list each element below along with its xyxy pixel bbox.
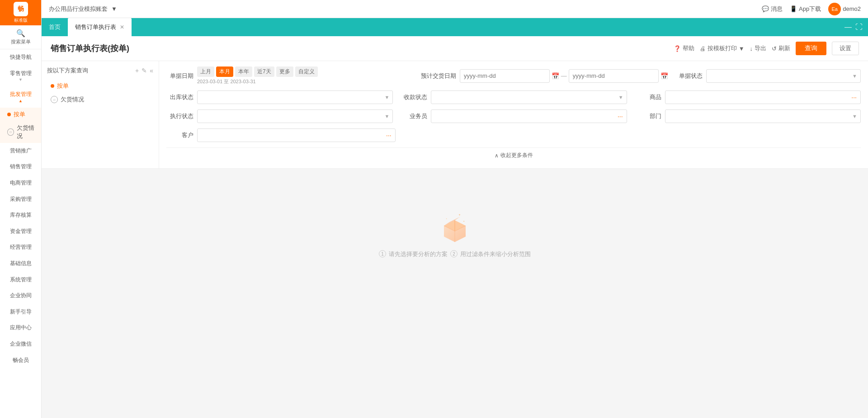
print-icon: 🖨	[700, 45, 706, 52]
tab-sales-order-label: 销售订单执行表	[75, 23, 116, 31]
filter-field-expected-date: 预计交货日期 📅 — 📅	[421, 69, 668, 83]
svg-text:✦: ✦	[446, 218, 448, 220]
tab-minimize-button[interactable]: —	[844, 23, 852, 31]
filter-field-salesperson: 业务员 ···	[400, 109, 627, 123]
sidebar-item-basic[interactable]: 基础信息	[0, 256, 41, 272]
tab-home-label: 首页	[49, 23, 61, 31]
sidebar-item-inventory[interactable]: 库存核算	[0, 207, 41, 223]
date-btn-more[interactable]: 更多	[276, 66, 293, 77]
department-select[interactable]	[665, 109, 861, 123]
user-profile[interactable]: Ea demo2	[828, 3, 861, 15]
customer-dots[interactable]: ···	[386, 132, 392, 139]
sidebar-item-ecommerce[interactable]: 电商管理	[0, 175, 41, 191]
date-btn-7days[interactable]: 近7天	[254, 66, 274, 77]
add-scheme-icon[interactable]: +	[135, 67, 139, 74]
filter-row-2: 出库状态 ▼ 收款状态	[166, 90, 861, 104]
date-btn-this-year[interactable]: 本年	[235, 66, 252, 77]
salesperson-dots[interactable]: ···	[618, 113, 623, 120]
app-download-action[interactable]: 📱 App下载	[790, 5, 821, 13]
sidebar-item-retail[interactable]: 零售管理 ▼	[0, 66, 41, 87]
date-btn-this-month[interactable]: 本月	[216, 66, 233, 77]
expected-date-start[interactable]	[460, 69, 550, 83]
sidebar-item-business[interactable]: 经营管理	[0, 239, 41, 256]
message-icon: 💬	[762, 5, 769, 12]
main-area: 办公用品行业模拟账套 ▼ 💬 消息 📱 App下载 Ea demo2 首页	[42, 0, 868, 418]
tab-bar: 首页 销售订单执行表 ✕ — ⛶	[42, 18, 868, 36]
logo-icon: 畅	[14, 2, 28, 16]
page-header-actions: ❓ 帮助 🖨 按模板打印 ▼ ↓ 导出 ↺ 刷新 查询 设置	[674, 42, 859, 61]
sidebar-item-member[interactable]: 畅会员	[0, 352, 41, 369]
payment-status-wrapper: ▼	[431, 90, 627, 104]
exec-status-wrapper: ▼	[197, 109, 393, 123]
edit-scheme-icon[interactable]: ✎	[142, 67, 147, 74]
calendar-end-icon[interactable]: 📅	[660, 72, 668, 80]
date-btn-custom[interactable]: 自定义	[295, 66, 318, 77]
filter-row-3: 执行状态 ▼ 业务员 ···	[166, 109, 861, 123]
search-icon: 🔍	[16, 29, 25, 38]
customer-input[interactable]: ···	[197, 128, 396, 142]
sidebar-item-coop[interactable]: 企业协同	[0, 288, 41, 304]
sidebar-item-guide[interactable]: 新手引导	[0, 304, 41, 320]
expected-date-range: 📅 — 📅	[460, 69, 668, 83]
query-button[interactable]: 查询	[796, 42, 826, 55]
empty-hint-container: 1 请先选择要分析的方案 2 用过滤条件来缩小分析范围	[379, 250, 531, 260]
breadcrumb-dropdown-icon[interactable]: ▼	[111, 5, 117, 12]
svg-text:✦: ✦	[463, 220, 465, 223]
product-input[interactable]: ···	[665, 90, 861, 104]
tab-home[interactable]: 首页	[42, 18, 68, 36]
product-dots[interactable]: ···	[851, 94, 857, 101]
message-action[interactable]: 💬 消息	[762, 5, 783, 13]
sidebar-item-purchase[interactable]: 采购管理	[0, 191, 41, 208]
sidebar-item-wholesale[interactable]: 批发管理 ▲	[0, 86, 41, 108]
filter-field-department: 部门 ▼	[634, 109, 861, 123]
sub-item-debt[interactable]: ○ 欠货情况	[0, 121, 41, 143]
tab-sales-order[interactable]: 销售订单执行表 ✕	[68, 18, 132, 36]
calendar-start-icon[interactable]: 📅	[552, 72, 559, 80]
exec-status-select[interactable]	[197, 109, 393, 123]
sidebar-item-wechat[interactable]: 企业微信	[0, 336, 41, 352]
order-status-select-wrapper: ▼	[706, 69, 861, 83]
sub-item-by-order[interactable]: 按单	[0, 108, 41, 121]
tab-maximize-button[interactable]: ⛶	[855, 23, 863, 31]
scheme-item-by-order[interactable]: 按单	[47, 79, 153, 93]
sidebar-item-system[interactable]: 系统管理	[0, 272, 41, 288]
settings-button[interactable]: 设置	[832, 42, 859, 55]
customer-label: 客户	[166, 131, 193, 139]
collapse-scheme-icon[interactable]: «	[150, 67, 153, 74]
sidebar-item-marketing[interactable]: 营销推广	[0, 143, 41, 159]
refresh-action[interactable]: ↺ 刷新	[772, 44, 790, 52]
sidebar-item-apps[interactable]: 应用中心	[0, 320, 41, 336]
filter-field-shipment-status: 出库状态 ▼	[166, 90, 393, 104]
collapse-bar[interactable]: ∧ 收起更多条件	[166, 147, 861, 163]
filter-field-payment-status: 收款状态 ▼	[400, 90, 627, 104]
sidebar-item-finance[interactable]: 资金管理	[0, 223, 41, 240]
sidebar-quick-nav[interactable]: 快捷导航	[0, 49, 41, 66]
shipment-status-select[interactable]	[197, 90, 393, 104]
date-buttons: 上月 本月 本年 近7天 更多 自定义	[197, 66, 414, 77]
filter-scheme-header: 按以下方案查询 + ✎ «	[47, 66, 153, 75]
collapse-text: 收起更多条件	[500, 152, 533, 159]
export-action[interactable]: ↓ 导出	[750, 44, 767, 52]
active-dot	[7, 113, 11, 116]
top-header: 办公用品行业模拟账套 ▼ 💬 消息 📱 App下载 Ea demo2	[42, 0, 868, 18]
payment-status-select[interactable]	[431, 90, 627, 104]
expected-date-end[interactable]	[569, 69, 659, 83]
refresh-label: 刷新	[778, 44, 790, 52]
filter-fields-panel: 单据日期 上月 本月 本年 近7天 更多 自定义 2023-03-01 至 20…	[159, 61, 868, 168]
filter-row-1: 单据日期 上月 本月 本年 近7天 更多 自定义 2023-03-01 至 20…	[166, 66, 861, 85]
date-btn-last-month[interactable]: 上月	[197, 66, 214, 77]
print-action[interactable]: 🖨 按模板打印 ▼	[700, 44, 745, 52]
hint-num-2: 2	[450, 250, 458, 257]
empty-state: ✦ ✦ ✦ 1 请先选择要分析的方案 2 用过滤条件来缩小分析范围	[42, 169, 868, 296]
tab-close-icon[interactable]: ✕	[120, 24, 124, 30]
filter-row-4: 客户 ···	[166, 128, 861, 142]
retail-arrow: ▼	[19, 77, 23, 82]
order-status-select[interactable]	[706, 69, 861, 83]
help-action[interactable]: ❓ 帮助	[674, 44, 694, 52]
print-label: 按模板打印	[708, 44, 737, 52]
sidebar-search[interactable]: 🔍 搜索菜单	[0, 25, 41, 49]
sidebar-item-sales[interactable]: 销售管理	[0, 159, 41, 175]
logo: 畅 标准版	[0, 0, 41, 25]
salesperson-input[interactable]: ···	[431, 109, 627, 123]
scheme-item-debt[interactable]: ○ 欠货情况	[47, 93, 153, 106]
